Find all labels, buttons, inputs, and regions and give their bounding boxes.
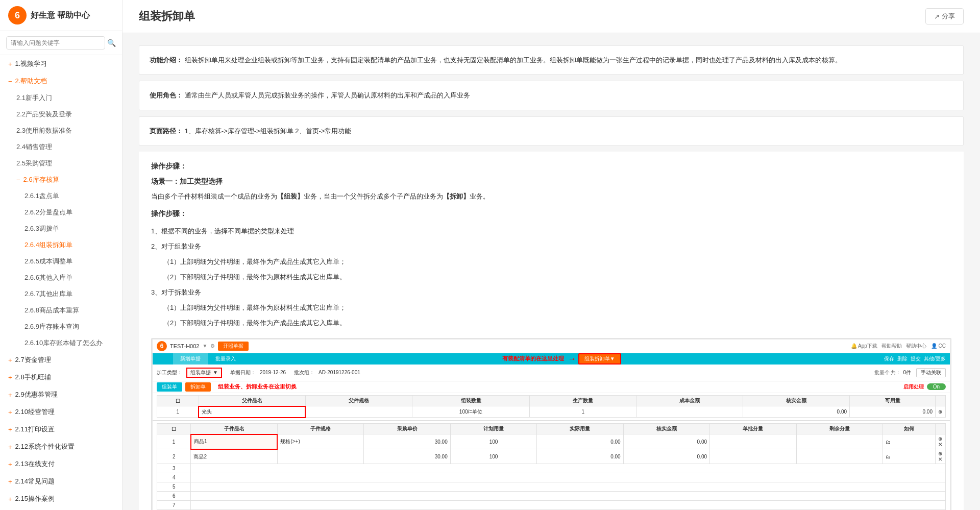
sidebar-item-new-user-label: 2.1新手入门	[16, 93, 52, 103]
row1-action[interactable]: ⊕	[936, 406, 946, 418]
sidebar-item-inventory-label: 2.6库存核算	[23, 175, 59, 184]
screen-upper-table: ☐ 父件品名 父件规格 组装数量 生产数量 成本金额 核实金额 可用量	[153, 393, 950, 420]
screen-logo: 6	[157, 341, 167, 351]
child-table: ☐ 子件品名 子件规格 采购单价 计划用量 实际用量 核实金额 单批分量 剩余分…	[157, 423, 946, 510]
sidebar-item-account-error-label: 2.6.10库存账本错了怎么办	[24, 338, 103, 348]
sub-row5-num: 5	[157, 482, 191, 492]
screen-btn-assemble[interactable]: 组装拆卸单▼	[578, 353, 621, 365]
sidebar-item-cases[interactable]: + 2.15操作案例	[0, 490, 122, 507]
sidebar-item-coupon[interactable]: + 2.9优惠券管理	[0, 386, 122, 403]
form-group-value: AD-20191226-001	[318, 370, 360, 375]
sub-row7-num: 7	[157, 501, 191, 510]
sub-row6-num: 6	[157, 492, 191, 501]
sidebar-item-account-error[interactable]: 2.6.10库存账本错了怎么办	[0, 335, 122, 351]
sub-row2-price: 30.00	[364, 449, 450, 464]
sidebar: 6 好生意 帮助中心 🔍 + 1.视频学习 − 2.帮助文档 2.1新手入门 2…	[0, 0, 122, 510]
share-icon: ↗	[934, 13, 940, 20]
sidebar-item-cost-adjust-label: 2.6.5成本调整单	[24, 257, 72, 266]
sidebar-item-data-prep[interactable]: 2.3使用前数据准备	[0, 123, 122, 139]
sub-row2-checkbox[interactable]: 2	[157, 449, 191, 464]
sub-row1-checkbox[interactable]: 1	[157, 434, 191, 449]
sub-col-ops	[936, 423, 946, 434]
sidebar-item-online-pay-label: 2.13在线支付	[15, 459, 55, 469]
sidebar-item-cases-label: 2.15操作案例	[15, 494, 55, 503]
sidebar-item-other-out-label: 2.6.7其他出库单	[24, 289, 72, 299]
parent-table: ☐ 父件品名 父件规格 组装数量 生产数量 成本金额 核实金额 可用量	[157, 395, 946, 418]
step-list: 1、根据不同的业务，选择不同单据的类型来处理 2、对于组装业务 （1）上部明细为…	[151, 225, 951, 330]
sidebar-item-purchase[interactable]: 2.5采购管理	[0, 155, 122, 172]
logo-icon: 6	[8, 6, 27, 25]
page-title: 组装拆卸单	[139, 9, 195, 24]
search-input[interactable]	[6, 36, 105, 50]
sidebar-item-help-docs-label: 2.帮助文档	[15, 77, 47, 86]
intro-section: 功能介绍： 组装拆卸单用来处理企业组装或拆卸等加工业务，支持有固定装配清单的产品…	[139, 45, 964, 75]
sidebar-item-online-pay[interactable]: + 2.13在线支付	[0, 455, 122, 473]
step-2-2: （2）下部明细为子件明细，最终作为原材料生成其它出库单。	[151, 271, 951, 284]
sidebar-item-data-prep-label: 2.3使用前数据准备	[16, 126, 72, 135]
sidebar-item-cost-adjust[interactable]: 2.6.5成本调整单	[0, 253, 122, 270]
sidebar-item-other-out[interactable]: 2.6.7其他出库单	[0, 286, 122, 302]
path-text: 1、库存核算->库存管理->组装拆卸单 2、首页->常用功能	[185, 127, 352, 135]
col-verify-cost: 核实金额	[743, 395, 850, 406]
path-label: 页面路径：	[150, 127, 183, 135]
main-area: 组装拆卸单 ↗ 分享 功能介绍： 组装拆卸单用来处理企业组装或拆卸等加工业务，支…	[122, 0, 980, 510]
sidebar-item-ops[interactable]: + 2.10经营管理	[0, 403, 122, 421]
form-type-select[interactable]: 组装单据▼	[186, 368, 222, 378]
sidebar-item-install[interactable]: 2.2产品安装及登录	[0, 106, 122, 123]
screen-tab-new[interactable]: 新增单据	[173, 353, 208, 365]
sub-row1-ops[interactable]: ⊕ ✕	[936, 434, 946, 449]
form-count-label: 批量个 共：	[874, 369, 901, 376]
sub-row2-action[interactable]: 🗂	[883, 449, 935, 464]
sidebar-item-stocktaking[interactable]: 2.6.1盘点单	[0, 188, 122, 204]
step-2: 2、对于组装业务	[151, 240, 951, 253]
sidebar-item-partial-stock[interactable]: 2.6.2分量盘点单	[0, 204, 122, 221]
screen-enabled-toggle[interactable]: On	[927, 383, 946, 390]
screen-new-btn[interactable]: 开照单据	[218, 342, 249, 351]
sub-row4-empty	[191, 473, 946, 482]
share-button[interactable]: ↗ 分享	[925, 8, 964, 25]
sidebar-item-mobile[interactable]: + 2.8手机旺辅	[0, 369, 122, 386]
sidebar-item-customize[interactable]: + 2.12系统个性化设置	[0, 438, 122, 455]
row1-cost	[636, 406, 743, 418]
col-assemble-qty: 组装数量	[412, 395, 530, 406]
form-batch-btn[interactable]: 手动关联	[916, 368, 946, 377]
screen-toggle-area: 组装单 拆卸单 组装业务、拆卸业务在这里切换 启用处理 On	[153, 381, 950, 393]
sidebar-item-new-user[interactable]: 2.1新手入门	[0, 90, 122, 106]
intro-label: 功能介绍：	[150, 56, 183, 64]
main-content: 功能介绍： 组装拆卸单用来处理企业组装或拆卸等加工业务，支持有固定装配清单的产品…	[122, 33, 980, 510]
sidebar-item-help-docs[interactable]: − 2.帮助文档	[0, 72, 122, 90]
row1-checkbox[interactable]: 1	[157, 406, 199, 418]
sidebar-item-adjust[interactable]: 2.6.3调拨单	[0, 221, 122, 237]
search-icon[interactable]: 🔍	[107, 39, 116, 47]
sub-row3-empty	[191, 464, 946, 473]
screen-toggle-assemble[interactable]: 组装单	[157, 382, 182, 392]
expand-icon: +	[8, 60, 12, 68]
disassemble-keyword: 【拆卸】	[443, 192, 470, 200]
steps-heading: 操作步骤：	[151, 162, 951, 171]
sidebar-item-other-in[interactable]: 2.6.6其他入库单	[0, 270, 122, 286]
sidebar-item-mobile-label: 2.8手机旺辅	[15, 373, 51, 382]
sidebar-item-fund[interactable]: + 2.7资金管理	[0, 351, 122, 369]
sidebar-item-product-cost[interactable]: 2.6.8商品成本重算	[0, 302, 122, 319]
sidebar-item-print-label: 2.11打印设置	[15, 425, 55, 434]
form-group-label: 批次组：	[294, 369, 314, 376]
sidebar-item-faq[interactable]: + 2.14常见问题	[0, 473, 122, 490]
sub-row1-name: 商品1	[191, 434, 277, 449]
sub-row2-ops[interactable]: ⊕ ✕	[936, 449, 946, 464]
sub-row1-action[interactable]: 🗂	[883, 434, 935, 449]
row1-verify: 0.00	[743, 406, 850, 418]
sidebar-item-video[interactable]: + 1.视频学习	[0, 55, 122, 72]
screen-settings-icon: ⚙	[210, 343, 215, 349]
logo-text: 好生意 帮助中心	[31, 10, 90, 21]
arrow-right: →	[568, 354, 576, 363]
sidebar-item-stock-query[interactable]: 2.6.9库存账本查询	[0, 319, 122, 335]
sidebar-item-sales[interactable]: 2.4销售管理	[0, 139, 122, 155]
screen-tab-batch[interactable]: 批量录入	[208, 353, 243, 365]
sidebar-item-purchase-label: 2.5采购管理	[16, 159, 52, 168]
role-text: 通常由生产人员或库管人员完成拆装业务的操作，库管人员确认原材料的出库和产成品的入…	[185, 91, 470, 99]
form-date-value: 2019-12-26	[260, 370, 286, 375]
screen-toggle-disassemble[interactable]: 拆卸单	[185, 382, 211, 392]
sidebar-item-inventory[interactable]: − 2.6库存核算	[0, 172, 122, 188]
sidebar-item-print[interactable]: + 2.11打印设置	[0, 421, 122, 438]
sidebar-item-assemble[interactable]: 2.6.4组装拆卸单	[0, 237, 122, 253]
